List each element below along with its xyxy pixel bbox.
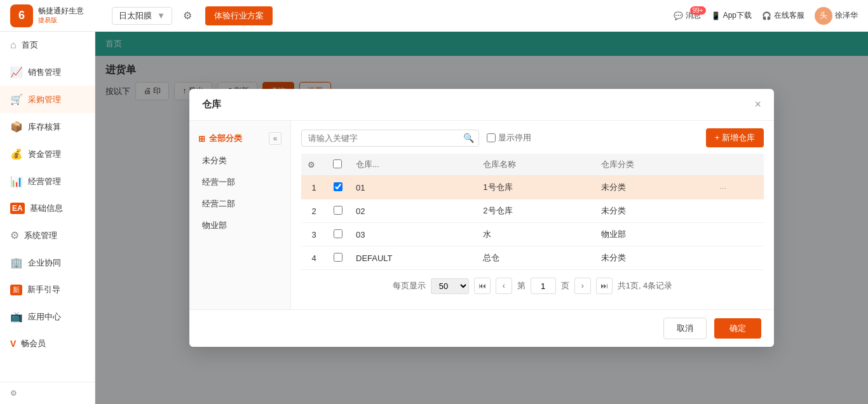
sidebar-item-label: 销售管理 xyxy=(28,67,61,78)
sales-icon: 📈 xyxy=(10,66,23,78)
phone-icon: 📱 xyxy=(711,11,721,20)
sidebar-item-inventory[interactable]: 📦 库存核算 xyxy=(0,113,95,140)
row-num: 4 xyxy=(301,246,327,270)
cancel-button[interactable]: 取消 xyxy=(663,318,707,339)
sidebar-item-base-info[interactable]: EA 基础信息 xyxy=(0,195,95,222)
sidebar-settings-btn[interactable]: ⚙ xyxy=(0,382,95,404)
per-page-label: 每页显示 xyxy=(393,280,426,292)
sidebar-item-purchase[interactable]: 🛒 采购管理 xyxy=(0,86,95,113)
modal-title: 仓库 xyxy=(202,98,221,111)
select-all-checkbox[interactable] xyxy=(333,159,342,168)
sidebar-item-home[interactable]: ⌂ 首页 xyxy=(0,32,95,58)
guide-icon: 新 xyxy=(10,285,22,295)
sidebar-item-enterprise[interactable]: 🏢 企业协同 xyxy=(0,249,95,276)
row-checkbox-cell xyxy=(327,223,349,246)
sidebar-item-operations[interactable]: 📊 经营管理 xyxy=(0,168,95,195)
page-label: 第 xyxy=(517,280,526,292)
sidebar-item-app-center[interactable]: 📺 应用中心 xyxy=(0,303,95,330)
category-item-ops1[interactable]: 经营一部 xyxy=(189,172,290,193)
row-checkbox-cell xyxy=(327,176,349,199)
row-name: 水 xyxy=(477,223,595,246)
prev-page-button[interactable]: ‹ xyxy=(496,278,512,294)
logo-sub: 捷易版 xyxy=(38,16,84,25)
col-check-header xyxy=(327,154,349,176)
show-disabled-label[interactable]: 显示停用 xyxy=(487,132,531,144)
category-sidebar: ⊞ 全部分类 « 未分类 经营一部 经营二部 物业部 xyxy=(189,121,291,309)
store-selector[interactable]: 日太阳膜 ▼ xyxy=(112,7,172,25)
row-category: 未分类 xyxy=(595,176,713,199)
confirm-button[interactable]: 确定 xyxy=(714,318,761,339)
enterprise-icon: 🏢 xyxy=(10,257,23,269)
header-right: 💬 消息 99+ 📱 App下载 🎧 在线客服 头 徐泽华 xyxy=(674,7,858,25)
app-center-icon: 📺 xyxy=(10,311,23,323)
row-checkbox[interactable] xyxy=(334,229,342,238)
close-button[interactable]: × xyxy=(754,98,761,111)
customer-service-item[interactable]: 🎧 在线客服 xyxy=(762,10,804,21)
row-name: 1号仓库 xyxy=(477,176,595,199)
sidebar-item-guide[interactable]: 新 新手引导 xyxy=(0,276,95,303)
row-actions xyxy=(713,223,764,246)
collapse-button[interactable]: « xyxy=(269,132,281,145)
sidebar-item-label: 资金管理 xyxy=(28,149,61,160)
table-row: 2 02 2号仓库 未分类 xyxy=(301,199,764,223)
sidebar-item-member[interactable]: V 畅会员 xyxy=(0,330,95,357)
app-download-item[interactable]: 📱 App下载 xyxy=(711,10,752,21)
table-area: 🔍 显示停用 + 新增仓库 ⚙ xyxy=(291,121,774,309)
more-actions-button[interactable]: ··· xyxy=(719,183,726,192)
sidebar-item-finance[interactable]: 💰 资金管理 xyxy=(0,140,95,168)
messages-badge: 99+ xyxy=(690,6,706,15)
sidebar-item-label: 采购管理 xyxy=(28,94,61,105)
row-checkbox[interactable] xyxy=(334,182,342,191)
row-checkbox[interactable] xyxy=(334,206,342,215)
row-actions xyxy=(713,246,764,270)
all-categories-label: 全部分类 xyxy=(209,133,242,144)
next-page-button[interactable]: › xyxy=(574,278,591,294)
logo-icon: 6 xyxy=(10,4,33,27)
content-area: 首页 进货单 按以下 🖨 印 ↑ 导出 ↺ 刷新 查询 设置 仓库 xyxy=(95,32,868,404)
table-toolbar: 🔍 显示停用 + 新增仓库 xyxy=(301,128,764,147)
row-category: 未分类 xyxy=(595,246,713,270)
warehouse-table: ⚙ 仓库... 仓库名称 仓库分类 xyxy=(301,154,764,270)
home-icon: ⌂ xyxy=(10,39,17,51)
sidebar-item-label: 基础信息 xyxy=(30,203,63,214)
sidebar-item-label: 畅会员 xyxy=(21,338,46,349)
modal-overlay: 仓库 × ⊞ 全部分类 « 未分类 经营一部 经营二部 xyxy=(95,32,868,404)
sidebar-item-label: 经营管理 xyxy=(28,176,61,187)
modal-header: 仓库 × xyxy=(189,89,774,121)
all-categories-item[interactable]: ⊞ 全部分类 « xyxy=(189,127,290,150)
col-settings-header[interactable]: ⚙ xyxy=(301,154,327,176)
logo-area: 6 畅捷通好生意 捷易版 xyxy=(10,4,105,27)
row-code: 02 xyxy=(349,199,477,223)
add-warehouse-button[interactable]: + 新增仓库 xyxy=(706,128,764,147)
settings-icon[interactable]: ⚙ xyxy=(177,6,198,26)
category-item-ops2[interactable]: 经营二部 xyxy=(189,193,290,215)
sidebar-item-label: 新手引导 xyxy=(27,284,60,295)
user-item[interactable]: 头 徐泽华 xyxy=(815,7,858,25)
row-actions xyxy=(713,199,764,223)
table-row: 3 03 水 物业部 xyxy=(301,223,764,246)
search-icon[interactable]: 🔍 xyxy=(463,133,474,143)
sidebar-item-system[interactable]: ⚙ 系统管理 xyxy=(0,222,95,249)
search-input[interactable] xyxy=(301,130,479,147)
row-num: 3 xyxy=(301,223,327,246)
first-page-button[interactable]: ⏮ xyxy=(474,278,491,294)
page-number-input[interactable] xyxy=(531,278,556,294)
sidebar-item-label: 库存核算 xyxy=(28,121,61,133)
sidebar-item-sales[interactable]: 📈 销售管理 xyxy=(0,58,95,86)
trial-button[interactable]: 体验行业方案 xyxy=(205,6,273,25)
category-item-unclassified[interactable]: 未分类 xyxy=(189,150,290,172)
category-item-property[interactable]: 物业部 xyxy=(189,215,290,236)
sidebar-item-label: 系统管理 xyxy=(24,230,57,241)
row-checkbox[interactable] xyxy=(334,253,342,262)
messages-item[interactable]: 💬 消息 99+ xyxy=(674,10,701,21)
row-name: 总仓 xyxy=(477,246,595,270)
message-icon: 💬 xyxy=(674,11,683,20)
row-num: 2 xyxy=(301,199,327,223)
inventory-icon: 📦 xyxy=(10,121,23,133)
per-page-select[interactable]: 50 100 200 xyxy=(431,278,469,294)
show-disabled-checkbox[interactable] xyxy=(487,133,496,142)
last-page-button[interactable]: ⏭ xyxy=(596,278,613,294)
row-category: 未分类 xyxy=(595,199,713,223)
modal-footer: 取消 确定 xyxy=(189,309,774,347)
row-name: 2号仓库 xyxy=(477,199,595,223)
